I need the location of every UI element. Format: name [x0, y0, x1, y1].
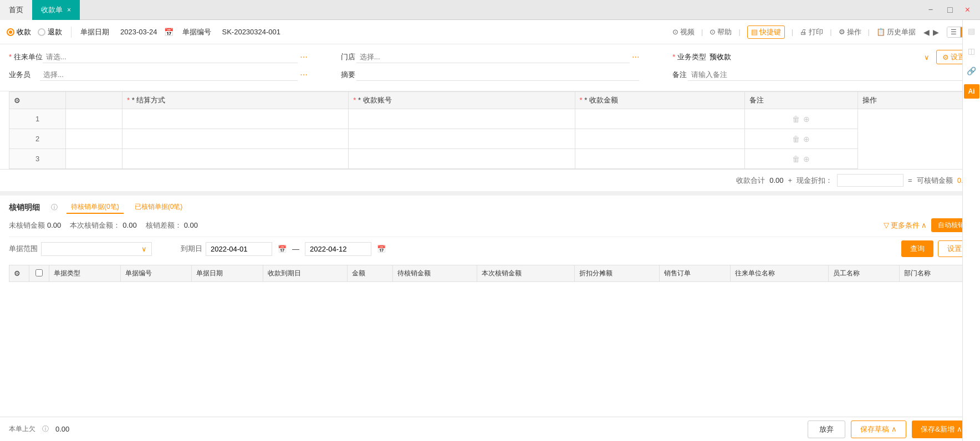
summary-row: 收款合计 0.00 + 现金折扣： = 可核销金额 0.00	[0, 169, 980, 191]
tab-pending[interactable]: 待核销单据(0笔)	[67, 201, 124, 214]
row-2-account[interactable]	[122, 129, 349, 149]
window-maximize[interactable]: □	[944, 4, 956, 16]
refund-radio[interactable]: 退款	[38, 27, 62, 37]
date-from-input[interactable]	[206, 242, 272, 256]
filter-icon: ▽	[884, 221, 889, 229]
receipt-radio[interactable]: 收款	[7, 27, 31, 37]
reconcile-info-icon: ⓘ	[51, 203, 58, 212]
col-method-header: * 结算方式	[122, 92, 349, 109]
toolbar-divider-1	[71, 27, 72, 38]
date-to-input[interactable]	[305, 242, 371, 256]
operation-btn[interactable]: ⚙ 操作	[839, 27, 861, 37]
shortcut-icon: ▤	[751, 28, 758, 36]
row-3-amount[interactable]	[349, 149, 575, 169]
toolbar-sep2: |	[738, 28, 740, 36]
from-unit-label: 往来单位	[9, 52, 43, 62]
window-close[interactable]: ×	[962, 4, 973, 16]
row-1-amount[interactable]	[349, 109, 575, 129]
sub-col-sales-order: 销售订单	[659, 265, 731, 282]
biz-type-value: 预收款	[706, 50, 922, 64]
nav-arrows: ◀ ▶	[922, 28, 940, 37]
more-filter-btn[interactable]: ▽ 更多条件 ∧	[884, 221, 927, 230]
calendar-icon[interactable]: 📅	[164, 28, 173, 37]
help-btn[interactable]: ⊙ 帮助	[710, 27, 732, 37]
row-3-delete-icon[interactable]: 🗑	[792, 155, 800, 163]
row-1-method[interactable]	[66, 109, 122, 129]
from-unit-more-icon[interactable]: ···	[300, 52, 307, 62]
summary-field: 摘要	[341, 69, 640, 81]
print-btn[interactable]: 🖨 打印	[800, 27, 823, 37]
sidebar-icon-3[interactable]: 🔗	[964, 64, 978, 78]
history-btn[interactable]: 📋 历史单据	[876, 27, 916, 37]
sub-table-wrapper: ⚙ 单据类型 单据编号 单据日期 收款到期日 金额 待核销金额 本次核销金额 折…	[9, 265, 971, 411]
check-all[interactable]	[35, 269, 43, 276]
salesperson-input[interactable]	[40, 69, 298, 81]
toolbar-sep5: |	[868, 28, 870, 36]
biz-type-arrow[interactable]: ∨	[924, 53, 930, 61]
row-2-amount[interactable]	[349, 129, 575, 149]
abandon-btn[interactable]: 放弃	[808, 421, 845, 438]
col-settings-header[interactable]: ⚙	[9, 92, 66, 109]
sub-col-settings[interactable]: ⚙	[9, 265, 29, 282]
remark-input[interactable]	[688, 69, 971, 81]
nav-prev-arrow[interactable]: ◀	[922, 28, 931, 37]
receipt-refund-group: 收款 退款	[7, 27, 62, 37]
row-1-account[interactable]	[122, 109, 349, 129]
row-1-remark[interactable]	[575, 109, 744, 129]
tab-close-icon[interactable]: ×	[67, 6, 71, 14]
range-select[interactable]: ∨	[41, 242, 152, 256]
discount-input[interactable]	[837, 174, 904, 187]
query-btn[interactable]: 查询	[901, 240, 933, 257]
sub-col-date: 单据日期	[192, 265, 263, 282]
unverified-value: 0.00	[47, 221, 61, 229]
due-label: 到期日	[181, 244, 202, 254]
row-2-method[interactable]	[66, 129, 122, 149]
calendar-to-icon[interactable]: 📅	[377, 245, 386, 253]
shop-label: 门店	[341, 52, 356, 62]
sidebar-ai-btn[interactable]: Ai	[964, 84, 979, 99]
sidebar-icon-2[interactable]: ◫	[966, 44, 977, 58]
row-3-account[interactable]	[122, 149, 349, 169]
tab-done[interactable]: 已核销单据(0笔)	[130, 201, 187, 214]
sidebar-icon-1[interactable]: ▤	[966, 24, 977, 38]
this-verify-stat: 本次核销金额： 0.00	[70, 221, 136, 230]
per-order-value: 0.00	[55, 425, 69, 433]
row-3-method[interactable]	[66, 149, 122, 169]
row-1-delete-icon[interactable]: 🗑	[792, 115, 800, 124]
calendar-from-icon[interactable]: 📅	[278, 245, 287, 253]
salesperson-more-icon[interactable]: ···	[300, 70, 307, 80]
row-2-remark[interactable]	[575, 129, 744, 149]
tab-home[interactable]: 首页	[0, 0, 32, 20]
from-unit-input[interactable]	[43, 51, 298, 63]
col-action-header: 操作	[858, 92, 971, 109]
sub-col-dept: 部门名称	[900, 265, 971, 282]
diff-stat: 核销差额： 0.00	[146, 221, 198, 230]
row-2-delete-icon[interactable]: 🗑	[792, 135, 800, 143]
date-range-field: 到期日 📅 — 📅	[181, 242, 386, 256]
sub-col-this-verify: 本次核销金额	[477, 265, 575, 282]
row-3-copy-icon[interactable]: ⊕	[803, 155, 810, 163]
bottom-actions: 放弃 保存草稿 ∧ 保存&新增 ∧	[808, 421, 971, 438]
shortcut-btn[interactable]: ▤ 快捷键	[747, 25, 785, 39]
window-minimize[interactable]: －	[923, 3, 938, 17]
shop-more-icon[interactable]: ···	[632, 52, 639, 62]
video-btn[interactable]: ⊙ 视频	[672, 27, 695, 37]
row-1-copy-icon[interactable]: ⊕	[803, 115, 810, 124]
bottom-bar: 本单上欠 ⓘ 0.00 放弃 保存草稿 ∧ 保存&新增 ∧	[0, 417, 980, 441]
summary-input[interactable]	[356, 69, 640, 81]
row-2-copy-icon[interactable]: ⊕	[803, 135, 810, 143]
save-draft-btn[interactable]: 保存草稿 ∧	[851, 421, 906, 438]
this-verify-label: 本次核销金额：	[70, 221, 120, 230]
filter-right: ▽ 更多条件 ∧ 自动核销	[884, 218, 971, 232]
tab-current[interactable]: 收款单 ×	[32, 0, 80, 20]
shop-input[interactable]	[356, 51, 630, 63]
equal-label: =	[908, 176, 912, 184]
nav-next-arrow[interactable]: ▶	[932, 28, 940, 37]
toolbar-sep3: |	[792, 28, 793, 36]
range-select-arrow: ∨	[141, 245, 147, 253]
row-3-remark[interactable]	[575, 149, 744, 169]
per-order-label: 本单上欠	[9, 424, 35, 434]
view-list-btn[interactable]: ☰	[947, 27, 961, 37]
row-num-1: 1	[9, 109, 66, 129]
toolbar-right: ⊙ 视频 | ⊙ 帮助 | ▤ 快捷键 | 🖨 打印 | ⚙ 操作	[672, 25, 973, 39]
